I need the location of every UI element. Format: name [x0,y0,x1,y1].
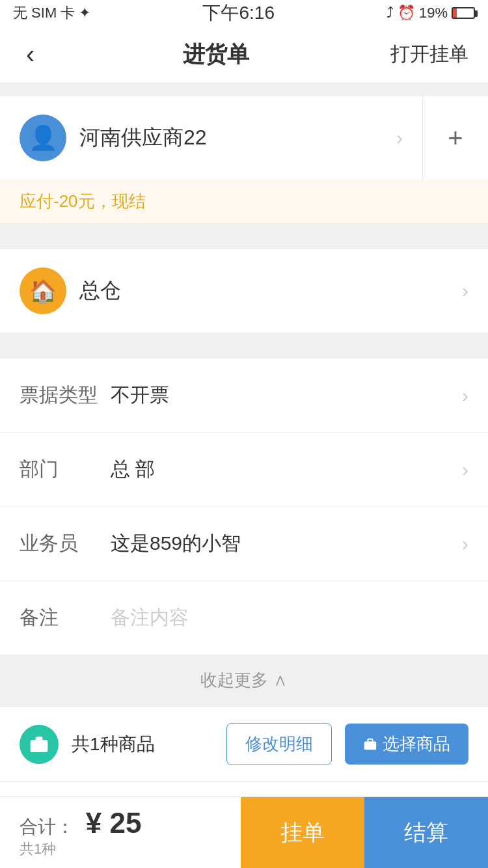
divider-1 [0,83,488,96]
location-icon: ⤴ [386,5,394,21]
sim-status: 无 SIM 卡 ✦ [13,3,90,23]
avatar: 👤 [20,115,66,161]
select-product-label: 选择商品 [383,733,450,755]
bottom-bar: 合计： ¥ 25 共1种 挂单 结算 [0,796,488,868]
open-pending-button[interactable]: 打开挂单 [390,41,468,68]
products-header: 共1种商品 修改明细 选择商品 [0,707,488,781]
battery-text: 19% [419,5,448,21]
chevron-right-icon: › [462,533,468,555]
ticket-type-value: 不开票 [111,382,462,409]
supplier-name: 河南供应商22 [79,124,396,152]
total-section: 合计： ¥ 25 共1种 [0,807,241,859]
alarm-icon: ⏰ [398,5,415,21]
warehouse-section[interactable]: 🏠 总仓 › [0,249,488,332]
chevron-right-icon: › [462,459,468,481]
select-product-button[interactable]: 选择商品 [345,724,468,765]
products-icon [20,725,59,764]
collapse-bar[interactable]: 收起更多 ∧ [0,655,488,706]
add-supplier-button[interactable]: + [423,105,488,171]
divider-3 [0,332,488,346]
page-title: 进货单 [183,40,249,70]
form-section: 票据类型 不开票 › 部门 总 部 › 业务员 这是859的小智 › 备注 备注… [0,359,488,655]
total-count: 共1种 [20,839,221,859]
ticket-type-label: 票据类型 [20,382,111,409]
department-value: 总 部 [111,456,462,483]
department-row[interactable]: 部门 总 部 › [0,433,488,507]
supplier-selector[interactable]: 👤 河南供应商22 › [0,96,423,180]
total-amount: ¥ 25 [86,807,142,839]
battery-icon [452,7,475,19]
notice-bar: 应付-20元，现结 [0,180,488,223]
warehouse-name: 总仓 [79,277,462,305]
back-button[interactable]: ‹ [20,33,41,75]
hang-order-button[interactable]: 挂单 [241,797,364,869]
remark-input[interactable]: 备注内容 [111,604,468,631]
divider-2 [0,223,488,236]
supplier-section: 👤 河南供应商22 › + [0,96,488,180]
remark-label: 备注 [20,604,111,631]
salesperson-value: 这是859的小智 [111,530,462,557]
status-time: 下午6:16 [202,1,275,25]
status-right: ⤴ ⏰ 19% [386,5,475,21]
ticket-type-row[interactable]: 票据类型 不开票 › [0,359,488,433]
svg-rect-0 [31,740,48,752]
salesperson-label: 业务员 [20,530,111,557]
products-count: 共1种商品 [72,732,213,757]
department-label: 部门 [20,456,111,483]
chevron-right-icon: › [462,280,468,302]
chevron-right-icon: › [462,385,468,407]
total-label: 合计： [20,817,74,837]
warehouse-icon: 🏠 [20,267,66,314]
salesperson-row[interactable]: 业务员 这是859的小智 › [0,507,488,581]
checkout-button[interactable]: 结算 [364,797,488,869]
modify-detail-button[interactable]: 修改明细 [226,723,332,765]
status-bar: 无 SIM 卡 ✦ 下午6:16 ⤴ ⏰ 19% [0,0,488,26]
nav-bar: ‹ 进货单 打开挂单 [0,26,488,83]
chevron-right-icon: › [396,127,403,149]
status-left: 无 SIM 卡 ✦ [13,3,90,23]
remark-row[interactable]: 备注 备注内容 [0,581,488,655]
